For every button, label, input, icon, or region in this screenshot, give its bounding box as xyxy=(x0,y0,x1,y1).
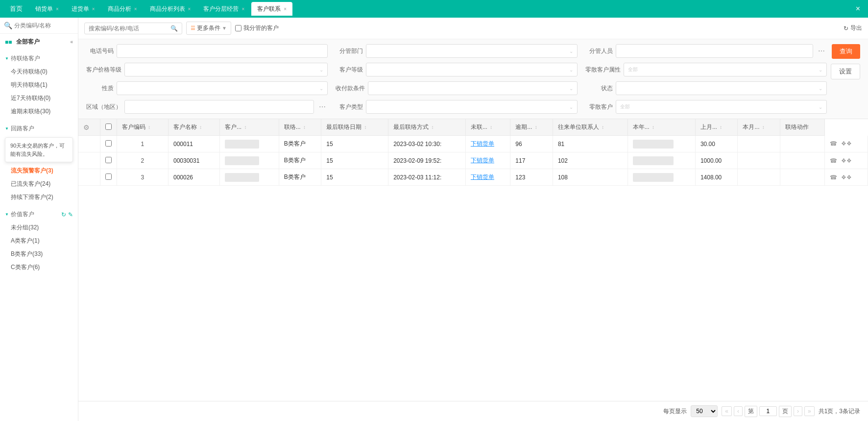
filter-person-dots[interactable]: ⋯ xyxy=(816,47,827,55)
col-gear: ⚙ xyxy=(78,119,100,136)
filter-settings-button[interactable]: 设置 xyxy=(831,64,860,79)
export-icon: ↻ xyxy=(844,25,848,32)
sidebar-search-input[interactable] xyxy=(14,22,78,29)
row-uncontacted-0: 96 xyxy=(510,136,553,152)
row-action-2[interactable]: ☎ ❖❖ xyxy=(825,169,868,186)
export-button[interactable]: ↻ 导出 xyxy=(844,24,862,32)
value-edit-icon[interactable]: ✎ xyxy=(68,211,73,218)
sidebar-item-week[interactable]: 近7天待联络(0) xyxy=(0,92,78,105)
row-action-0[interactable]: ☎ ❖❖ xyxy=(825,136,868,152)
row-method-1[interactable]: 下销货单 xyxy=(465,152,510,169)
filter-status-select[interactable]: ⌄ xyxy=(616,81,827,95)
row-check-0[interactable] xyxy=(105,140,112,147)
col-contact[interactable]: 联络... ↕ xyxy=(279,119,321,136)
my-customers-checkbox[interactable]: 我分管的客户 xyxy=(235,24,279,32)
nav-tab-purchase[interactable]: 进货单 × xyxy=(66,2,101,16)
nav-tab-sales[interactable]: 销货单 × xyxy=(29,2,65,16)
filter-dept-select[interactable]: ⌄ xyxy=(366,44,577,58)
nav-tab-analysis[interactable]: 商品分析 × xyxy=(102,2,143,16)
search-button[interactable]: 🔍 xyxy=(170,25,178,32)
close-tab-customer-layer[interactable]: × xyxy=(241,6,244,12)
sidebar-item-a-class[interactable]: A类客户(1) xyxy=(0,234,78,248)
filter-person-input[interactable] xyxy=(616,44,813,58)
col-overdue[interactable]: 逾期... ↕ xyxy=(510,119,553,136)
my-customers-check[interactable] xyxy=(235,25,241,31)
filter-phone-label: 电话号码 xyxy=(86,47,114,55)
more-filter-button[interactable]: ☰ 更多条件 ▼ xyxy=(186,22,231,35)
close-tab-purchase[interactable]: × xyxy=(92,6,95,12)
row-method-2[interactable]: 下销货单 xyxy=(465,169,510,186)
col-last-contact-method[interactable]: 最后联络方式 ↕ xyxy=(388,119,466,136)
nav-tab-home[interactable]: 首页 xyxy=(4,4,28,13)
per-page-select[interactable]: 50 100 200 xyxy=(691,405,718,417)
query-button[interactable]: 查询 xyxy=(832,44,860,59)
search-input[interactable] xyxy=(89,25,169,32)
col-type[interactable]: 客户... ↕ xyxy=(220,119,279,136)
sidebar-item-churn-lost[interactable]: 已流失客户(24) xyxy=(0,177,78,191)
sidebar-item-today[interactable]: 今天待联络(0) xyxy=(0,65,78,78)
last-page-button[interactable]: » xyxy=(804,406,815,416)
value-customers-title[interactable]: ▼ 价值客户 ↻ ✎ xyxy=(0,208,78,221)
more-icon-0[interactable]: ❖❖ xyxy=(841,140,852,147)
sidebar-item-tomorrow[interactable]: 明天待联络(1) xyxy=(0,78,78,92)
row-code-2: 000026 xyxy=(168,169,219,186)
row-checkbox-1[interactable] xyxy=(100,152,117,169)
row-checkbox-2[interactable] xyxy=(100,169,117,186)
filter-customer-level-select[interactable]: ⌄ xyxy=(366,63,577,76)
col-this-month[interactable]: 本月... ↕ xyxy=(738,119,780,136)
row-checkbox-0[interactable] xyxy=(100,136,117,152)
filter-retail-select[interactable]: 全部⌄ xyxy=(616,100,827,114)
col-unit-contact[interactable]: 往来单位联系人 ↕ xyxy=(553,119,627,136)
close-tab-customer-contact[interactable]: × xyxy=(284,6,287,12)
close-tab-analysis[interactable]: × xyxy=(134,6,137,12)
nav-tab-customer-contact[interactable]: 客户联系 × xyxy=(251,2,292,16)
more-icon-1[interactable]: ❖❖ xyxy=(841,157,852,164)
sort-icon-year: ↕ xyxy=(652,124,654,130)
row-method-0[interactable]: 下销货单 xyxy=(465,136,510,152)
sidebar-item-churn-declining[interactable]: 持续下滑客户(2) xyxy=(0,191,78,204)
sidebar-item-b-class[interactable]: B类客户(33) xyxy=(0,248,78,261)
gear-settings-icon[interactable]: ⚙ xyxy=(83,124,90,131)
churn-section-title[interactable]: ▼ 回路客户 xyxy=(0,122,78,135)
col-uncontacted[interactable]: 未联... ↕ xyxy=(465,119,510,136)
nav-tab-customer-layer[interactable]: 客户分层经营 × xyxy=(197,2,250,16)
value-refresh-icon[interactable]: ↻ xyxy=(61,211,66,218)
filter-phone-input[interactable] xyxy=(117,44,328,58)
more-icon-2[interactable]: ❖❖ xyxy=(841,174,852,181)
close-tab-analysis-list[interactable]: × xyxy=(188,6,191,12)
close-tab-sales[interactable]: × xyxy=(56,6,59,12)
col-name[interactable]: 客户名称 ↕ xyxy=(168,119,219,136)
select-all-checkbox[interactable] xyxy=(105,124,112,130)
col-code[interactable]: 客户编码 ↕ xyxy=(117,119,168,136)
col-last-contact-date[interactable]: 最后联络日期 ↕ xyxy=(321,119,388,136)
contact-icon-0[interactable]: ☎ xyxy=(830,140,837,147)
row-check-1[interactable] xyxy=(105,157,112,163)
contact-icon-1[interactable]: ☎ xyxy=(830,157,837,164)
nav-tab-analysis-list[interactable]: 商品分析列表 × xyxy=(144,2,197,16)
sidebar-item-churn-predicted[interactable]: 流失预警客户(3) xyxy=(0,164,78,177)
col-this-year[interactable]: 本年... ↕ xyxy=(627,119,695,136)
all-customers-header[interactable]: ■■ 全部客户 « xyxy=(0,34,78,50)
filter-nature-select[interactable]: ⌄ xyxy=(117,81,328,95)
next-page-button[interactable]: › xyxy=(794,406,802,416)
filter-nature: 性质 ⌄ xyxy=(86,81,328,95)
filter-region-input[interactable] xyxy=(124,100,314,114)
page-input[interactable] xyxy=(759,406,777,416)
window-close-button[interactable]: × xyxy=(852,4,864,13)
sidebar-item-overdue[interactable]: 逾期未联络(30) xyxy=(0,105,78,118)
filter-price-select[interactable]: ⌄ xyxy=(124,63,328,76)
filter-customer-type-select[interactable]: ⌄ xyxy=(366,100,577,114)
filter-payment-select[interactable]: ⌄ xyxy=(368,81,577,95)
filter-region-dots[interactable]: ⋯ xyxy=(317,103,328,111)
pending-contact-title[interactable]: ▼ 待联络客户 xyxy=(0,52,78,65)
contact-icon-2[interactable]: ☎ xyxy=(830,174,837,181)
col-last-month[interactable]: 上月... ↕ xyxy=(695,119,738,136)
filter-retail-attr-select[interactable]: 全部⌄ xyxy=(624,63,827,76)
first-page-button[interactable]: « xyxy=(722,406,732,416)
row-this-month-0 xyxy=(780,136,825,152)
sidebar-item-c-class[interactable]: C类客户(6) xyxy=(0,261,78,274)
prev-page-button[interactable]: ‹ xyxy=(734,406,743,416)
row-check-2[interactable] xyxy=(105,173,112,180)
row-action-1[interactable]: ☎ ❖❖ xyxy=(825,152,868,169)
sidebar-item-ungrouped[interactable]: 未分组(32) xyxy=(0,221,78,234)
